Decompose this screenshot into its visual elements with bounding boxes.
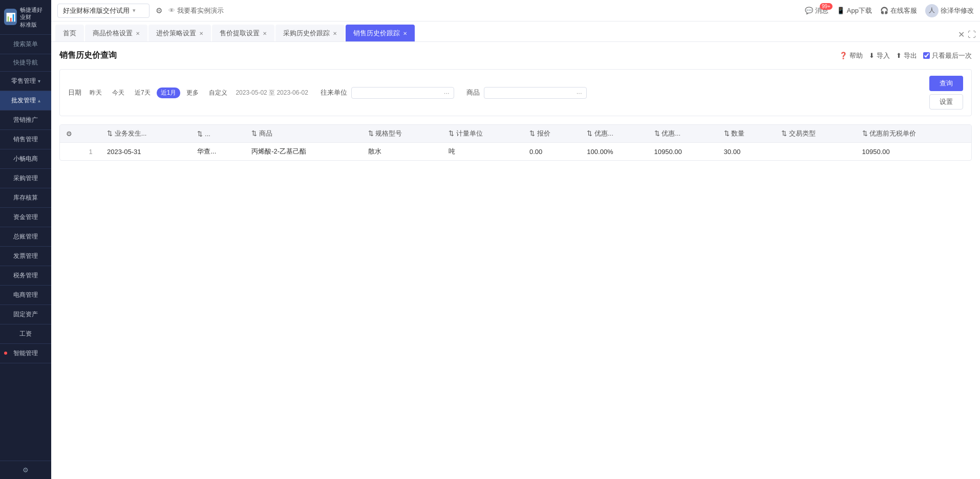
- sidebar-item-ecommerce[interactable]: 电商管理: [0, 286, 51, 305]
- filter-date-group: 日期 昨天 今天 近7天 近1月 更多 自定义 2023-05-02 至 202…: [68, 88, 308, 98]
- col-header-product[interactable]: ⇅ 商品: [245, 125, 362, 143]
- col-header-transaction-type[interactable]: ⇅ 交易类型: [775, 125, 856, 143]
- col-header-discount1[interactable]: ⇅ 优惠...: [581, 125, 648, 143]
- sidebar-item-invoice[interactable]: 发票管理: [0, 247, 51, 266]
- logo-icon: 📊: [4, 9, 17, 25]
- table-head: ⚙ ⇅ 业务发生... ⇅ ... ⇅ 商品: [60, 125, 971, 143]
- sidebar-item-account[interactable]: 总账管理: [0, 227, 51, 247]
- online-service-button[interactable]: 🎧 在线客服: [880, 6, 917, 15]
- workspace-selector[interactable]: 好业财标准版交付试用 ▾: [57, 4, 150, 18]
- product-more-icon[interactable]: ···: [577, 89, 582, 97]
- date-option-yesterday[interactable]: 昨天: [86, 88, 106, 98]
- row-more-cell: 华查...: [191, 143, 245, 161]
- col-header-more[interactable]: ⇅ ...: [191, 125, 245, 143]
- sidebar-item-inventory[interactable]: 库存核算: [0, 188, 51, 208]
- sidebar-item-retail[interactable]: 零售管理 ▾: [0, 72, 51, 91]
- filter-product-group: 商品 ···: [466, 87, 587, 99]
- col-header-spec[interactable]: ⇅ 规格型号: [362, 125, 443, 143]
- tab-price-settings[interactable]: 商品价格设置 ✕: [85, 25, 147, 41]
- tab-home[interactable]: 首页: [55, 25, 84, 41]
- logo-text: 畅捷通好业财 标准版: [20, 6, 47, 28]
- sidebar-settings-button[interactable]: ⚙: [0, 461, 51, 479]
- only-last-checkbox-label[interactable]: 只看最后一次: [923, 51, 972, 60]
- settings-button[interactable]: 设置: [929, 94, 963, 110]
- tab-maximize-icon[interactable]: ⛶: [968, 30, 976, 39]
- sidebar-item-assets[interactable]: 固定资产: [0, 305, 51, 324]
- tabs-controls: ✕ ⛶: [958, 30, 976, 41]
- sidebar-item-tax[interactable]: 税务管理: [0, 266, 51, 286]
- workspace-name: 好业财标准版交付试用: [63, 6, 130, 15]
- date-option-1month[interactable]: 近1月: [157, 88, 181, 98]
- row-business-date-cell: 2023-05-31: [101, 143, 191, 161]
- product-input[interactable]: [488, 89, 574, 97]
- date-option-today[interactable]: 今天: [108, 88, 129, 98]
- tab-close-all-icon[interactable]: ✕: [958, 30, 965, 39]
- workspace-dropdown-icon: ▾: [133, 7, 136, 14]
- avatar: 人: [925, 4, 939, 17]
- col-price-sort-icon: ⇅: [529, 129, 535, 137]
- tab-sales-history[interactable]: 销售历史价跟踪 ✕: [346, 25, 415, 41]
- tab-close-sales-history-icon[interactable]: ✕: [403, 31, 407, 36]
- sidebar-item-purchase[interactable]: 采购管理: [0, 169, 51, 188]
- col-discount1-sort-icon: ⇅: [587, 129, 592, 137]
- sidebar-item-salary[interactable]: 工资: [0, 324, 51, 344]
- tab-close-price-settings-icon[interactable]: ✕: [136, 31, 140, 36]
- only-last-checkbox[interactable]: [923, 52, 930, 59]
- tab-purchase-strategy[interactable]: 进价策略设置 ✕: [148, 25, 211, 41]
- export-link[interactable]: ⬆ 导出: [896, 51, 917, 60]
- import-link[interactable]: ⬇ 导入: [869, 51, 890, 60]
- col-header-quantity[interactable]: ⇅ 数量: [718, 125, 775, 143]
- source-unit-more-icon[interactable]: ···: [444, 89, 450, 97]
- sidebar-item-finance[interactable]: 资金管理: [0, 208, 51, 227]
- row-unit-cell: 吨: [442, 143, 523, 161]
- sidebar-item-sales[interactable]: 销售管理: [0, 130, 51, 149]
- sidebar-item-marketing[interactable]: 营销推广: [0, 111, 51, 130]
- topbar-gear-icon[interactable]: ⚙: [156, 6, 162, 15]
- message-badge: 99+: [820, 3, 833, 10]
- tab-purchase-history[interactable]: 采购历史价跟踪 ✕: [275, 25, 345, 41]
- sidebar-item-ecommerce-small[interactable]: 小畅电商: [0, 149, 51, 169]
- col-header-unit[interactable]: ⇅ 计量单位: [442, 125, 523, 143]
- app-download-icon: 📱: [837, 7, 845, 14]
- sidebar-item-smart[interactable]: 智能管理: [0, 344, 51, 363]
- query-button[interactable]: 查询: [929, 76, 963, 91]
- col-header-settings[interactable]: ⚙: [60, 125, 80, 143]
- table-row: 1 2023-05-31 华查... 丙烯酸-2-乙基己酯 散水 吨 0.00 …: [60, 143, 971, 161]
- app-download-button[interactable]: 📱 App下载: [837, 6, 872, 15]
- row-discount1-cell: 100.00%: [581, 143, 648, 161]
- demo-button[interactable]: 👁 我要看实例演示: [168, 6, 224, 15]
- smart-dot-icon: [4, 352, 7, 355]
- row-transaction-type-cell: [775, 143, 856, 161]
- tab-close-purchase-history-icon[interactable]: ✕: [333, 31, 337, 36]
- table-body: 1 2023-05-31 华查... 丙烯酸-2-乙基己酯 散水 吨 0.00 …: [60, 143, 971, 161]
- sidebar-item-wholesale[interactable]: 批发管理 ▴: [0, 91, 51, 111]
- date-option-7days[interactable]: 近7天: [131, 88, 155, 98]
- user-profile[interactable]: 人 徐泽华修改: [925, 4, 974, 17]
- help-icon: ❓: [839, 52, 847, 59]
- source-unit-input-wrap: ···: [351, 87, 454, 99]
- col-header-price[interactable]: ⇅ 报价: [523, 125, 581, 143]
- source-unit-input[interactable]: [356, 89, 442, 97]
- sidebar-quick-nav[interactable]: 快捷导航: [0, 54, 51, 72]
- col-header-discount2[interactable]: ⇅ 优惠...: [648, 125, 718, 143]
- col-header-pretax-price[interactable]: ⇅ 优惠前无税单价: [856, 125, 971, 143]
- date-range-display: 2023-05-02 至 2023-06-02: [236, 89, 308, 97]
- tab-price-extract[interactable]: 售价提取设置 ✕: [212, 25, 274, 41]
- page-content: 销售历史价查询 ❓ 帮助 ⬇ 导入 ⬆ 导出 只看最后一次: [51, 42, 980, 479]
- col-header-business-date[interactable]: ⇅ 业务发生...: [101, 125, 191, 143]
- date-option-custom[interactable]: 自定义: [205, 88, 231, 98]
- row-product-cell: 丙烯酸-2-乙基己酯: [245, 143, 362, 161]
- col-pretax-sort-icon: ⇅: [862, 129, 868, 137]
- date-option-more[interactable]: 更多: [182, 88, 203, 98]
- col-more-sort-icon: ⇅: [197, 130, 203, 138]
- message-button[interactable]: 💬 消息 99+: [805, 6, 828, 15]
- col-spec-sort-icon: ⇅: [368, 129, 374, 137]
- date-options: 昨天 今天 近7天 近1月 更多 自定义: [86, 88, 231, 98]
- tab-close-price-extract-icon[interactable]: ✕: [263, 31, 267, 36]
- settings-gear-icon: ⚙: [23, 466, 29, 474]
- export-icon: ⬆: [896, 52, 902, 59]
- page-title: 销售历史价查询: [59, 50, 117, 61]
- tab-close-purchase-strategy-icon[interactable]: ✕: [199, 31, 203, 36]
- help-link[interactable]: ❓ 帮助: [839, 51, 863, 60]
- sidebar-search[interactable]: 搜索菜单: [0, 35, 51, 54]
